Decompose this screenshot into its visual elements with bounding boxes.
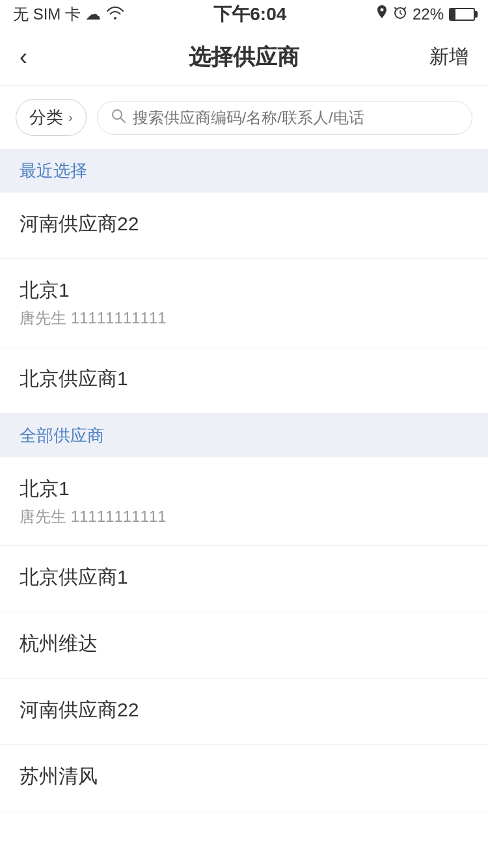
- status-left: 无 SIM 卡 ☁: [13, 4, 124, 25]
- recent-section-header: 最近选择: [0, 149, 488, 193]
- battery-icon: [449, 8, 475, 21]
- item-sub: 唐先生 11111111111: [20, 308, 468, 329]
- list-item[interactable]: 苏州清风: [0, 745, 488, 811]
- item-name: 杭州维达: [20, 631, 468, 657]
- back-button[interactable]: ‹: [20, 44, 59, 71]
- item-name: 北京供应商1: [20, 564, 468, 591]
- item-name: 河南供应商22: [20, 211, 468, 237]
- add-button[interactable]: 新增: [429, 44, 468, 70]
- list-item[interactable]: 杭州维达: [0, 612, 488, 679]
- item-name: 北京1: [20, 277, 468, 304]
- all-items-list: 北京1唐先生 11111111111北京供应商1杭州维达河南供应商22苏州清风: [0, 457, 488, 811]
- nav-bar: ‹ 选择供应商 新增: [0, 29, 488, 86]
- item-name: 河南供应商22: [20, 697, 468, 724]
- item-name: 北京供应商1: [20, 366, 468, 392]
- list-item[interactable]: 河南供应商22: [0, 193, 488, 259]
- all-section-label: 全部供应商: [20, 426, 104, 445]
- list-item[interactable]: 北京1唐先生 11111111111: [0, 457, 488, 546]
- no-sim-text: 无 SIM 卡 ☁: [13, 4, 101, 25]
- list-item[interactable]: 北京供应商1: [0, 347, 488, 414]
- list-item[interactable]: 北京1唐先生 11111111111: [0, 259, 488, 347]
- list-item[interactable]: 北京供应商1: [0, 546, 488, 612]
- search-box[interactable]: [97, 101, 472, 135]
- status-bar: 无 SIM 卡 ☁ 下午6:04 22%: [0, 0, 488, 29]
- filter-bar: 分类 ›: [0, 86, 488, 149]
- category-button[interactable]: 分类 ›: [16, 99, 87, 136]
- recent-section-label: 最近选择: [20, 161, 87, 180]
- battery-percent: 22%: [413, 5, 444, 23]
- wifi-icon: [106, 5, 124, 23]
- chevron-right-icon: ›: [68, 110, 73, 125]
- list-item[interactable]: 河南供应商22: [0, 679, 488, 745]
- search-input[interactable]: [133, 109, 459, 127]
- search-icon: [111, 108, 126, 128]
- item-name: 北京1: [20, 476, 468, 502]
- svg-line-2: [120, 118, 125, 122]
- status-right: 22%: [376, 5, 475, 23]
- status-time: 下午6:04: [213, 2, 286, 27]
- item-name: 苏州清风: [20, 763, 468, 790]
- category-label: 分类: [29, 106, 63, 129]
- recent-items-list: 河南供应商22北京1唐先生 11111111111北京供应商1: [0, 193, 488, 414]
- page-title: 选择供应商: [189, 42, 299, 72]
- alarm-icon: [393, 5, 407, 23]
- item-sub: 唐先生 11111111111: [20, 506, 468, 527]
- location-icon: [376, 5, 388, 23]
- all-section-header: 全部供应商: [0, 414, 488, 457]
